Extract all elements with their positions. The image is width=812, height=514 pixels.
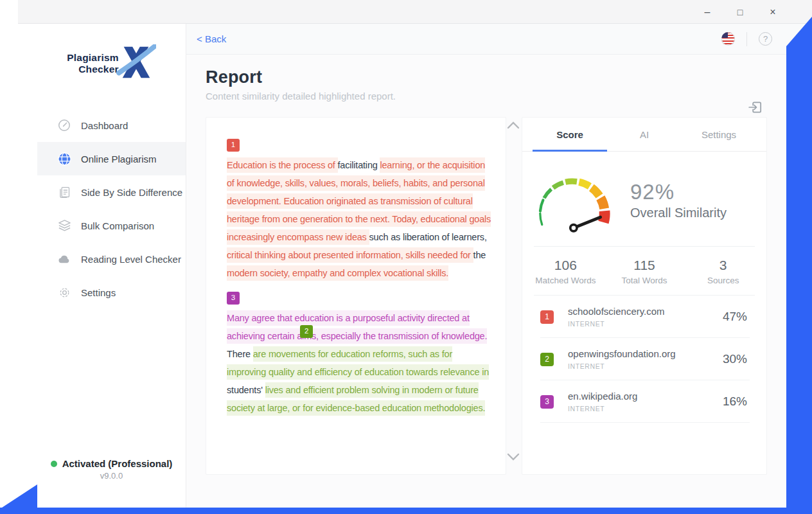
source-name: openwingsfoundation.org (568, 348, 676, 359)
source-percent: 16% (723, 394, 750, 409)
matched-text: are movements for education reforms, suc… (227, 346, 489, 380)
sidebar-item-label: Reading Level Checker (81, 254, 181, 265)
original-text: facilitating (338, 160, 380, 170)
sidebar-item-label: Online Plagiarism (81, 154, 157, 164)
source-number-badge: 2 (540, 353, 554, 366)
source-name: en.wikipedia.org (568, 391, 637, 402)
stats-row: 106Matched Words115Total Words3Sources (522, 247, 766, 295)
source-info: en.wikipedia.orgINTERNET (568, 391, 637, 412)
sidebar-item-label: Settings (81, 287, 116, 298)
sidebar-item-online-plagiarism[interactable]: Online Plagiarism (37, 142, 186, 175)
activation-label: Activated (Professional) (62, 458, 173, 469)
tab-settings[interactable]: Settings (682, 118, 756, 151)
page-subtitle: Content similarity detailed highlighted … (206, 91, 812, 102)
stat-value: 3 (684, 258, 763, 273)
globe-icon (57, 151, 72, 166)
sidebar-item-dashboard[interactable]: Dashboard (37, 109, 186, 142)
content-panels: 1Education is the process of facilitatin… (186, 117, 812, 475)
source-type: INTERNET (568, 320, 665, 328)
sidebar-item-bulk-comparison[interactable]: Bulk Comparison (37, 209, 186, 242)
scroll-down-icon[interactable] (506, 452, 520, 463)
back-button[interactable]: < Back (197, 33, 226, 44)
window-frame-corner (0, 484, 37, 509)
overall-similarity-percent: 92% (630, 180, 727, 204)
source-number-badge: 3 (540, 395, 554, 409)
matched-text: lives and efficient problem solving in m… (227, 382, 485, 416)
title-bar: – □ × (18, 0, 812, 24)
sidebar-item-side-by-side[interactable]: Side By Side Difference (37, 175, 186, 209)
gear-icon (57, 285, 72, 300)
stat-value: 115 (605, 258, 684, 273)
sources-list: 1schoolofsciencery.comINTERNET47%2openwi… (522, 296, 766, 423)
tab-score[interactable]: Score (533, 118, 607, 151)
maximize-icon[interactable]: □ (734, 8, 746, 17)
source-name: schoolofsciencery.com (568, 306, 665, 317)
close-icon[interactable]: × (767, 7, 779, 17)
source-info: openwingsfoundation.orgINTERNET (568, 348, 676, 370)
help-icon[interactable]: ? (759, 32, 772, 46)
stat-label: Sources (684, 276, 763, 285)
original-text: the (473, 250, 486, 260)
matched-text: s, especially the transmission of knowle… (312, 328, 487, 344)
app-window: – □ × Plagiarism Checker (0, 0, 812, 514)
gauge-icon (536, 166, 617, 235)
source-percent: 47% (723, 310, 750, 324)
window-frame-right (786, 0, 812, 514)
score-tabs: ScoreAISettings (522, 118, 766, 152)
matched-text: im2 (302, 328, 312, 344)
sidebar-item-label: Side By Side Difference (81, 187, 182, 198)
document-panel: 1Education is the process of facilitatin… (206, 117, 506, 475)
language-flag-icon[interactable] (721, 32, 735, 46)
original-text: such as liberation of learners, (369, 232, 487, 242)
app-version: v9.0.0 (37, 471, 186, 481)
source-percent: 30% (723, 352, 750, 366)
status-dot-icon (51, 461, 57, 467)
sidebar-item-settings[interactable]: Settings (37, 276, 186, 309)
source-row[interactable]: 2openwingsfoundation.orgINTERNET30% (540, 338, 750, 380)
stat-item: 106Matched Words (526, 258, 605, 285)
source-row[interactable]: 3en.wikipedia.orgINTERNET16% (540, 380, 750, 423)
stat-item: 3Sources (684, 258, 763, 285)
sidebar-item-reading-level[interactable]: Reading Level Checker (37, 242, 186, 276)
page-header: Report Content similarity detailed highl… (186, 55, 812, 102)
divider (746, 32, 747, 46)
layers-icon (57, 218, 72, 233)
cloud-icon (57, 251, 72, 267)
document-paragraph: 1Education is the process of facilitatin… (227, 138, 489, 282)
score-card: ScoreAISettings 92% Overall Similarity 1… (522, 117, 767, 475)
page-title: Report (206, 67, 812, 87)
sidebar: Plagiarism Checker Dashboard (37, 24, 186, 508)
window-frame-bottom (0, 508, 812, 514)
source-number-badge: 1 (540, 310, 554, 324)
scroll-up-icon[interactable] (506, 121, 520, 131)
document-text: 1Education is the process of facilitatin… (227, 138, 489, 417)
source-info: schoolofsciencery.comINTERNET (568, 306, 665, 328)
matched-text: Education is the process of (227, 157, 338, 173)
overall-similarity-label: Overall Similarity (630, 206, 727, 220)
source-type: INTERNET (568, 405, 637, 412)
logo-line1: Plagiarism (67, 52, 118, 64)
export-report-icon[interactable] (748, 100, 763, 115)
match-badge: 3 (227, 292, 240, 305)
dashboard-gauge-icon (57, 118, 72, 133)
window-controls: – □ × (702, 0, 779, 24)
logo-line2: Checker (67, 64, 118, 75)
stat-item: 115Total Words (605, 258, 684, 285)
logo-x-icon (116, 44, 156, 80)
original-text: There (227, 349, 253, 359)
source-type: INTERNET (568, 362, 676, 370)
stat-label: Total Words (605, 276, 684, 285)
minimize-icon[interactable]: – (702, 7, 713, 17)
app-logo: Plagiarism Checker (37, 40, 186, 87)
tab-ai[interactable]: AI (607, 118, 682, 151)
document-icon (57, 184, 72, 200)
sidebar-item-label: Bulk Comparison (81, 220, 154, 231)
source-row[interactable]: 1schoolofsciencery.comINTERNET47% (540, 296, 750, 338)
stat-label: Matched Words (526, 276, 605, 285)
match-badge: 2 (300, 325, 313, 338)
main-area: < Back ? Report Content similarity detai… (186, 24, 812, 508)
sidebar-nav: Dashboard Online Plagiarism (37, 109, 186, 309)
activation-status: Activated (Professional) v9.0.0 (37, 458, 186, 481)
sidebar-item-label: Dashboard (81, 120, 128, 131)
stat-value: 106 (526, 258, 605, 273)
